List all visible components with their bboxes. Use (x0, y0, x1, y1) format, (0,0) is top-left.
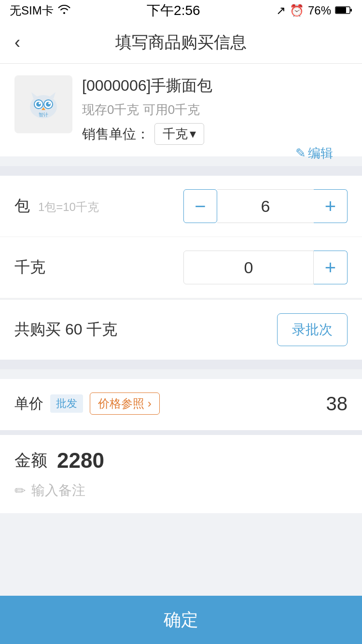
svg-rect-2 (350, 9, 352, 12)
battery-icon (335, 4, 352, 17)
confirm-button[interactable]: 确定 (164, 608, 198, 632)
package-row: 包 1包=10千克 − + (0, 176, 362, 237)
package-sublabel: 1包=10千克 (38, 200, 99, 213)
unit-label: 销售单位： (82, 125, 150, 143)
section-divider-1 (0, 166, 362, 176)
svg-point-6 (36, 102, 41, 107)
kilogram-label: 千克 (14, 257, 183, 278)
wifi-icon (57, 4, 71, 17)
remark-placeholder: 输入备注 (31, 481, 85, 500)
remark-row[interactable]: ✏ 输入备注 (14, 481, 348, 500)
location-icon: ↗ (276, 4, 286, 17)
svg-text:智计: 智计 (39, 112, 48, 117)
price-label: 单价 (14, 394, 43, 414)
section-divider-2 (0, 360, 362, 369)
back-button[interactable]: ‹ (14, 32, 20, 53)
edit-icon: ✎ (295, 146, 306, 161)
package-label: 包 1包=10千克 (14, 196, 183, 217)
svg-rect-1 (336, 7, 346, 13)
edit-button[interactable]: ✎ 编辑 (295, 145, 333, 162)
svg-point-7 (46, 102, 51, 107)
product-thumbnail: 智计 (14, 75, 72, 133)
amount-row: 金额 2280 (14, 448, 348, 473)
status-right: ↗ ⏰ 76% (276, 4, 352, 17)
package-qty-input[interactable] (217, 189, 314, 223)
price-reference-button[interactable]: 价格参照 › (90, 392, 160, 415)
product-card: 智计 [0000006]手撕面包 现存0千克 可用0千克 销售单位： 千克 ▾ … (0, 64, 362, 156)
status-left: 无SIM卡 (10, 3, 71, 18)
price-value: 38 (326, 393, 348, 415)
product-info: [0000006]手撕面包 现存0千克 可用0千克 销售单位： 千克 ▾ ✎ 编… (82, 75, 348, 145)
product-name: [0000006]手撕面包 (82, 75, 348, 97)
product-logo: 智计 (24, 85, 63, 124)
kilogram-qty-input[interactable] (183, 251, 314, 284)
package-plus-button[interactable]: + (314, 189, 348, 223)
svg-point-9 (48, 102, 50, 104)
confirm-bar[interactable]: 确定 (0, 596, 362, 644)
kilogram-row: 千克 + (0, 237, 362, 298)
price-type-tag: 批发 (50, 394, 83, 413)
kilogram-plus-button[interactable]: + (314, 251, 348, 284)
remark-icon: ✏ (14, 483, 26, 499)
svg-point-8 (39, 102, 41, 104)
package-qty-control: − + (183, 189, 348, 223)
total-row: 共购买 60 千克 录批次 (0, 299, 362, 360)
package-section: 包 1包=10千克 − + 千克 + (0, 176, 362, 298)
kilogram-qty-control: + (183, 251, 348, 284)
page-title: 填写商品购买信息 (115, 31, 247, 54)
package-minus-button[interactable]: − (183, 189, 217, 223)
product-stock: 现存0千克 可用0千克 (82, 101, 348, 118)
amount-section: 金额 2280 ✏ 输入备注 (0, 430, 362, 513)
amount-value: 2280 (57, 448, 104, 473)
price-section: 单价 批发 价格参照 › 38 (0, 379, 362, 430)
unit-selector[interactable]: 千克 ▾ (154, 123, 204, 145)
carrier-text: 无SIM卡 (10, 3, 54, 18)
time-display: 下午2:56 (147, 1, 200, 20)
record-batch-button[interactable]: 录批次 (277, 313, 348, 346)
nav-bar: ‹ 填写商品购买信息 (0, 21, 362, 64)
product-unit-row: 销售单位： 千克 ▾ (82, 123, 348, 145)
price-row: 单价 批发 价格参照 › 38 (14, 392, 348, 415)
amount-label: 金额 (14, 449, 47, 472)
alarm-icon: ⏰ (290, 4, 304, 17)
status-bar: 无SIM卡 下午2:56 ↗ ⏰ 76% (0, 0, 362, 21)
main-content: 智计 [0000006]手撕面包 现存0千克 可用0千克 销售单位： 千克 ▾ … (0, 64, 362, 571)
total-quantity-text: 共购买 60 千克 (14, 319, 117, 340)
battery-text: 76% (308, 4, 331, 17)
